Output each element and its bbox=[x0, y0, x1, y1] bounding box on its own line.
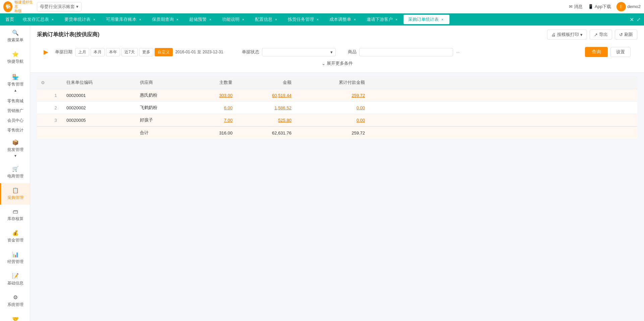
refresh-button[interactable]: ↺ 刷新 bbox=[615, 30, 637, 40]
date-btn-this-month[interactable]: 本月 bbox=[91, 48, 105, 56]
date-btn-custom[interactable]: 自定义 bbox=[155, 48, 173, 56]
tab-invite-downstream[interactable]: 邀请下游客户 × bbox=[362, 15, 404, 24]
row-paid-amount[interactable]: 259.72 bbox=[296, 89, 369, 102]
wholesale-icon: 📦 bbox=[12, 139, 19, 146]
tab-order-summary[interactable]: 要货单统计表 × bbox=[60, 15, 101, 24]
sidebar-item-basic-info[interactable]: 📝 基础信息 bbox=[0, 269, 30, 290]
tab-cost-adjust[interactable]: 成本调整单 × bbox=[325, 15, 362, 24]
footer-settings bbox=[37, 126, 49, 139]
nav-close-all[interactable]: ✕ bbox=[630, 16, 634, 23]
goods-input[interactable] bbox=[359, 48, 453, 56]
th-row-num bbox=[49, 76, 62, 89]
close-cost-adjust[interactable]: × bbox=[353, 17, 357, 22]
date-btn-this-year[interactable]: 本年 bbox=[106, 48, 120, 56]
goods-more-icon[interactable]: ··· bbox=[456, 50, 460, 55]
sidebar-item-retail-stats[interactable]: 零售统计 bbox=[0, 125, 30, 135]
row-amount[interactable]: 525.80 bbox=[236, 114, 296, 127]
row-supplier-name: 好孩子 bbox=[136, 114, 191, 127]
sidebar-item-inventory[interactable]: 🗃 库存核算 bbox=[0, 205, 30, 226]
sidebar-item-marketing[interactable]: 营销推广 bbox=[0, 106, 30, 116]
date-filter-label: 单据日期 bbox=[55, 49, 72, 55]
ecommerce-icon: 🛒 bbox=[12, 166, 19, 172]
sidebar-item-operations[interactable]: 📊 经营管理 bbox=[0, 247, 30, 269]
export-icon: ↗ bbox=[594, 32, 598, 37]
row-supplier-code: 00020001 bbox=[62, 89, 136, 102]
sidebar-item-quick-nav[interactable]: ⭐ 快捷导航 bbox=[0, 47, 30, 68]
search-button[interactable]: 查询 bbox=[585, 47, 608, 57]
tab-receive-summary[interactable]: 收发存汇总表 × bbox=[18, 15, 60, 24]
tab-purchase-summary[interactable]: 采购订单统计表 × bbox=[404, 15, 449, 24]
logo-text: 畅捷通好生意 标版 bbox=[14, 0, 34, 13]
close-receive-summary[interactable]: × bbox=[50, 17, 55, 22]
message-btn[interactable]: ✉ 消息 bbox=[569, 4, 583, 10]
tab-home[interactable]: 首页 bbox=[1, 15, 18, 24]
close-picking-task[interactable]: × bbox=[315, 17, 320, 22]
refresh-icon: ↺ bbox=[619, 32, 623, 37]
setting-button[interactable]: 设置 bbox=[610, 47, 631, 57]
close-invite-downstream[interactable]: × bbox=[394, 17, 399, 22]
collapse-filter-btn[interactable]: ▶ bbox=[44, 48, 48, 56]
table-footer: 合计 316.00 62,631.76 259.72 bbox=[37, 126, 637, 139]
row-quantity[interactable]: 6.00 bbox=[191, 102, 236, 114]
table-header-row: ⚙ 往来单位编码 供应商 主数量 金额 累计付款金额 bbox=[37, 76, 637, 89]
sidebar-search-label: 搜索菜单 bbox=[7, 37, 23, 43]
inventory-icon: 🗃 bbox=[13, 209, 18, 215]
footer-extra bbox=[369, 126, 637, 139]
close-overstock-warning[interactable]: × bbox=[208, 17, 213, 22]
close-function-desc[interactable]: × bbox=[241, 17, 246, 22]
table-footer-row: 合计 316.00 62,631.76 259.72 bbox=[37, 126, 637, 139]
nav-expand[interactable]: ⤢ bbox=[637, 17, 641, 22]
page-header: 采购订单统计表(按供应商) 🖨 按模板打印 ▾ ↗ 导出 ↺ 刷新 bbox=[30, 25, 644, 73]
tab-picking-task[interactable]: 拣货任务管理 × bbox=[283, 15, 325, 24]
row-supplier-code: 00020002 bbox=[62, 102, 136, 114]
nav-tabs: 首页 收发存汇总表 × 要货单统计表 × 可用量库存账本 × 保质期查询 × 超… bbox=[0, 13, 644, 25]
close-available-stock[interactable]: × bbox=[138, 17, 143, 22]
tab-config-info[interactable]: 配置信息 × bbox=[250, 15, 283, 24]
user-profile[interactable]: E demo2 bbox=[616, 2, 641, 11]
sidebar-item-wholesale-mgmt[interactable]: 📦 批发管理 ▼ bbox=[0, 135, 30, 162]
status-select[interactable]: ▾ bbox=[262, 48, 336, 56]
settings-icon[interactable]: ⚙ bbox=[41, 80, 45, 85]
expand-more-btn[interactable]: ⌄ 展开更多条件 bbox=[315, 58, 360, 68]
status-filter-label: 单据状态 bbox=[242, 49, 259, 55]
export-button[interactable]: ↗ 导出 bbox=[590, 30, 612, 40]
date-btn-last-month[interactable]: 上月 bbox=[75, 48, 89, 56]
tab-available-stock[interactable]: 可用量库存账本 × bbox=[101, 15, 147, 24]
page-title: 采购订单统计表(按供应商) bbox=[37, 31, 100, 38]
date-btn-more[interactable]: 更多 bbox=[139, 48, 153, 56]
sidebar-item-members[interactable]: 会员中心 bbox=[0, 116, 30, 125]
row-quantity[interactable]: 7.00 bbox=[191, 114, 236, 127]
sidebar-item-enterprise-collab[interactable]: 🤝 企业协同 bbox=[0, 312, 30, 321]
tab-overstock-warning[interactable]: 超储预警 × bbox=[184, 15, 217, 24]
row-amount[interactable]: 60,519.44 bbox=[236, 89, 296, 102]
sidebar-item-finance[interactable]: 💰 资金管理 bbox=[0, 226, 30, 247]
template-print-button[interactable]: 🖨 按模板打印 ▾ bbox=[547, 30, 587, 40]
close-config-info[interactable]: × bbox=[274, 17, 278, 22]
row-paid-amount[interactable]: 0.00 bbox=[296, 102, 369, 114]
sidebar-item-retail-mgmt[interactable]: 🏪 零售管理 ▲ bbox=[0, 70, 30, 96]
sidebar-item-ecommerce[interactable]: 🛒 电商管理 bbox=[0, 162, 30, 183]
sidebar-item-retail-shop[interactable]: 零售商城 bbox=[0, 96, 30, 106]
tab-warranty-query[interactable]: 保质期查询 × bbox=[147, 15, 184, 24]
row-extra bbox=[369, 89, 637, 102]
main-layout: 🔍 搜索菜单 ⭐ 快捷导航 🏪 零售管理 ▲ 零售商城 营销推广 会员中心 零售… bbox=[0, 25, 644, 321]
sidebar-retail-shop-label: 零售商城 bbox=[7, 98, 23, 104]
row-paid-amount[interactable]: 0.00 bbox=[296, 114, 369, 127]
table-row: 1 00020001 惠氏奶粉 303.00 60,519.44 259.72 bbox=[37, 89, 637, 102]
row-amount[interactable]: 1,586.52 bbox=[236, 102, 296, 114]
tab-function-desc[interactable]: 功能说明 × bbox=[217, 15, 250, 24]
sidebar-item-search[interactable]: 🔍 搜索菜单 bbox=[0, 25, 30, 47]
printer-icon: 🖨 bbox=[551, 32, 556, 37]
close-warranty-query[interactable]: × bbox=[175, 17, 180, 22]
row-quantity[interactable]: 303.00 bbox=[191, 89, 236, 102]
workspace-selector[interactable]: 母婴行业演示账套 ▾ bbox=[37, 2, 82, 11]
app-download-btn[interactable]: 📱 App下载 bbox=[588, 4, 611, 10]
close-purchase-summary[interactable]: × bbox=[440, 17, 445, 22]
close-order-summary[interactable]: × bbox=[92, 17, 97, 22]
filter-date-buttons: 上月 本月 本年 近7天 更多 自定义 bbox=[75, 48, 173, 56]
sidebar-item-system-mgmt[interactable]: ⚙ 系统管理 bbox=[0, 290, 30, 312]
sidebar-basic-info-label: 基础信息 bbox=[7, 280, 23, 286]
message-icon: ✉ bbox=[569, 4, 573, 9]
date-btn-7days[interactable]: 近7天 bbox=[121, 48, 138, 56]
sidebar-item-purchase-mgmt[interactable]: 📋 采购管理 bbox=[0, 183, 30, 205]
